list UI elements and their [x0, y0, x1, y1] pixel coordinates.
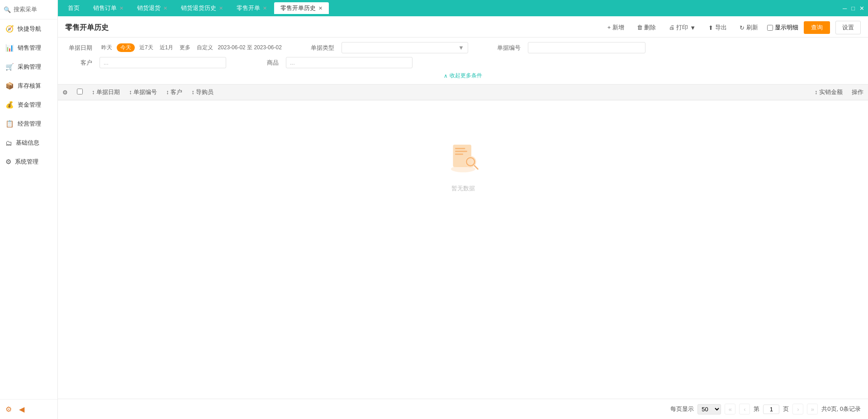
empty-text: 暂无数据 [451, 184, 475, 193]
sidebar-label-inventory: 库存核算 [18, 82, 41, 90]
per-page-label: 每页显示 [670, 405, 694, 413]
goods-select[interactable]: ... [286, 57, 413, 68]
table-area: ⚙ ↕ 单据日期 ↕ 单据编号 ↕ 客户 ↕ 导购员 ↕ 实销金额 操作 [58, 85, 868, 399]
tab-close-retail-open[interactable]: ✕ [263, 5, 267, 11]
query-button[interactable]: 查询 [804, 21, 830, 34]
maximize-btn[interactable]: □ [851, 5, 855, 12]
svg-rect-3 [455, 151, 467, 152]
print-label: 🖨 打印 [669, 24, 688, 32]
pagination-prev-btn[interactable]: ‹ [739, 404, 750, 414]
per-page-select[interactable]: 50 10 20 100 [697, 404, 721, 414]
window-controls: ─ □ ✕ [843, 5, 864, 12]
minimize-btn[interactable]: ─ [843, 5, 847, 12]
tab-home[interactable]: 首页 [62, 2, 86, 14]
sidebar-icon-sales-mgmt: 📊 [5, 44, 14, 52]
th-amount: ↕ 实销金额 [810, 85, 847, 100]
sidebar-label-system-mgmt: 系统管理 [15, 158, 38, 166]
svg-rect-2 [455, 148, 465, 149]
print-button[interactable]: 🖨 打印 ▼ [665, 22, 700, 33]
pagination-last-btn[interactable]: » [807, 404, 818, 414]
collapse-sidebar-icon[interactable]: ◀ [19, 405, 24, 414]
sidebar-bottom: ⚙ ◀ [0, 399, 57, 419]
settings-icon[interactable]: ⚙ [5, 405, 12, 414]
sidebar-icon-operations: 📋 [5, 120, 14, 128]
th-customer-label: ↕ 客户 [166, 89, 182, 95]
tab-close-sales-return[interactable]: ✕ [163, 5, 167, 11]
date-btn-custom[interactable]: 自定义 [195, 43, 215, 52]
tab-retail-history[interactable]: 零售开单历史 ✕ [274, 2, 329, 14]
main-area: 首页销售订单 ✕销货退货 ✕销货退货历史 ✕零售开单 ✕零售开单历史 ✕ ─ □… [58, 0, 868, 419]
date-btn-7days[interactable]: 近7天 [138, 43, 155, 52]
collapse-label: 收起更多条件 [450, 72, 482, 80]
tab-sales-return[interactable]: 销货退货 ✕ [131, 2, 174, 14]
sidebar-label-basic-info: 基础信息 [16, 139, 39, 147]
sidebar-search-label: 搜索采单 [14, 5, 37, 14]
export-icon: ⬆ [708, 24, 713, 31]
display-detail-checkbox-group: 显示明细 [767, 24, 798, 32]
customer-select[interactable]: ... [100, 57, 226, 68]
delete-button[interactable]: 🗑 删除 [633, 22, 660, 33]
tab-sales-return-history[interactable]: 销货退货历史 ✕ [175, 2, 229, 14]
svg-rect-4 [455, 154, 463, 155]
date-btn-yesterday[interactable]: 昨天 [100, 43, 114, 52]
tab-close-retail-history[interactable]: ✕ [318, 5, 323, 11]
display-detail-checkbox[interactable] [767, 25, 773, 31]
refresh-button[interactable]: ↻ 刷新 [736, 22, 762, 33]
sidebar-label-sales-mgmt: 销售管理 [18, 44, 41, 52]
sidebar-item-system-mgmt[interactable]: ⚙系统管理 [0, 152, 57, 171]
tab-retail-open[interactable]: 零售开单 ✕ [230, 2, 273, 14]
tab-sales-order[interactable]: 销售订单 ✕ [87, 2, 130, 14]
customer-dots: ... [104, 59, 109, 66]
sidebar-icon-system-mgmt: ⚙ [5, 158, 11, 166]
sidebar-item-basic-info[interactable]: 🗂基础信息 [0, 133, 57, 152]
empty-icon [443, 137, 484, 177]
add-button[interactable]: + 新增 [604, 22, 628, 33]
table-header-row: ⚙ ↕ 单据日期 ↕ 单据编号 ↕ 客户 ↕ 导购员 ↕ 实销金额 操作 [58, 85, 868, 100]
th-date-label: ↕ 单据日期 [92, 89, 120, 95]
collapse-bar[interactable]: ∧ 收起更多条件 [65, 72, 861, 80]
sidebar-icon-purchase-mgmt: 🛒 [5, 63, 14, 71]
pagination-first-btn[interactable]: « [725, 404, 735, 414]
add-label: + 新增 [607, 24, 624, 32]
sidebar-item-sales-mgmt[interactable]: 📊销售管理 [0, 38, 57, 57]
pagination: 每页显示 50 10 20 100 « ‹ 第 页 › » 共0页, 0条记录 [58, 399, 868, 419]
page-header: 零售开单历史 + 新增 🗑 删除 🖨 打印 ▼ ⬆ 导出 ↻ [58, 16, 868, 38]
settings-button[interactable]: 设置 [835, 21, 861, 34]
tab-label-retail-history: 零售开单历史 [280, 4, 316, 12]
th-check[interactable] [72, 85, 87, 100]
page-title: 零售开单历史 [65, 23, 109, 33]
tab-label-home: 首页 [68, 4, 80, 12]
order-no-input[interactable] [528, 42, 645, 53]
sidebar-item-purchase-mgmt[interactable]: 🛒采购管理 [0, 57, 57, 76]
type-select[interactable]: ▼ [342, 42, 468, 53]
date-range-display: 2023-06-02 至 2023-06-02 [218, 44, 281, 52]
date-btn-today[interactable]: 今天 [117, 43, 135, 52]
th-guide: ↕ 导购员 [187, 85, 218, 100]
sidebar-item-quick-nav[interactable]: 🧭快捷导航 [0, 19, 57, 38]
tab-close-sales-order[interactable]: ✕ [119, 5, 123, 11]
date-btn-more[interactable]: 更多 [178, 43, 192, 52]
filter-area: 单据日期 昨天 今天 近7天 近1月 更多 自定义 2023-06-02 至 2… [58, 38, 868, 85]
type-label: 单据类型 [307, 44, 334, 52]
goods-dots: ... [290, 59, 295, 66]
date-filter-group: 昨天 今天 近7天 近1月 更多 自定义 2023-06-02 至 2023-0… [100, 43, 282, 52]
pagination-page-input[interactable] [763, 405, 779, 414]
sidebar-icon-basic-info: 🗂 [5, 139, 12, 147]
th-settings[interactable]: ⚙ [58, 85, 72, 100]
type-select-arrow: ▼ [458, 44, 464, 51]
search-icon: 🔍 [4, 6, 11, 13]
pagination-next-btn[interactable]: › [792, 404, 803, 414]
sidebar-item-finance[interactable]: 💰资金管理 [0, 95, 57, 114]
sidebar-item-operations[interactable]: 📋经营管理 [0, 114, 57, 133]
select-all-checkbox[interactable] [77, 89, 83, 94]
export-button[interactable]: ⬆ 导出 [705, 22, 730, 33]
sidebar-search[interactable]: 🔍 搜索采单 [0, 0, 57, 19]
close-btn[interactable]: ✕ [859, 5, 864, 12]
tab-label-sales-return: 销货退货 [137, 4, 161, 12]
date-btn-1month[interactable]: 近1月 [158, 43, 175, 52]
total-info: 共0页, 0条记录 [821, 405, 861, 413]
date-label: 单据日期 [65, 44, 92, 52]
tab-close-sales-return-history[interactable]: ✕ [219, 5, 223, 11]
sidebar-label-quick-nav: 快捷导航 [18, 25, 41, 33]
sidebar-item-inventory[interactable]: 📦库存核算 [0, 76, 57, 95]
